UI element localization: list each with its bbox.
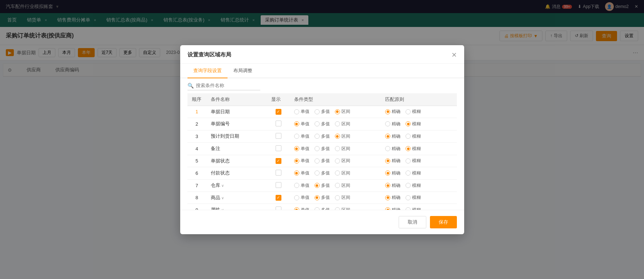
dialog-close-button[interactable]: ✕	[451, 51, 457, 59]
dialog-tabs: 查询字段设置 布局调整	[180, 64, 464, 78]
overlay[interactable]: 设置查询区域布局 ✕ 查询字段设置 布局调整 🔍 顺序	[0, 0, 644, 80]
tab-query-fields[interactable]: 查询字段设置	[187, 64, 228, 78]
dialog-search-area: 🔍	[180, 78, 464, 80]
dialog-title: 设置查询区域布局	[187, 51, 231, 58]
tab-layout-adjust[interactable]: 布局调整	[228, 64, 258, 78]
dialog-header: 设置查询区域布局 ✕	[180, 45, 464, 64]
settings-dialog: 设置查询区域布局 ✕ 查询字段设置 布局调整 🔍 顺序	[180, 45, 464, 80]
